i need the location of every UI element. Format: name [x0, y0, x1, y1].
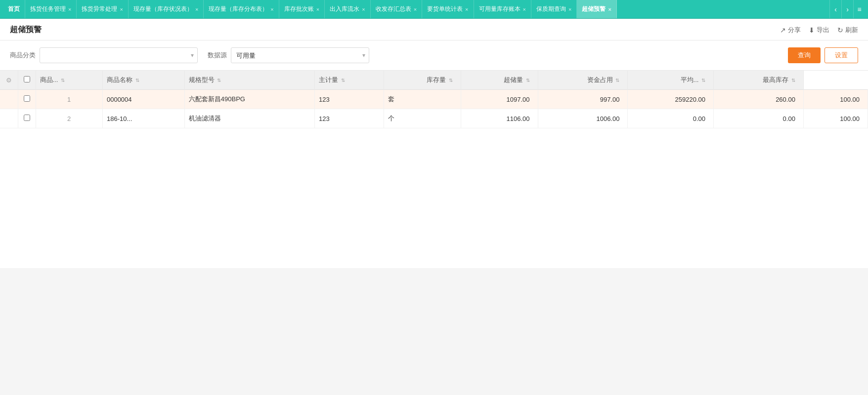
- row-checkbox[interactable]: [24, 95, 30, 102]
- nav-arrow-right[interactable]: ›: [841, 0, 853, 19]
- nav-tab-7-label: 收发存汇总表: [376, 5, 411, 13]
- row-unit: 套: [384, 90, 461, 109]
- row-unit: 个: [384, 109, 461, 128]
- nav-tab-home[interactable]: 首页: [3, 0, 25, 19]
- row-settings-cell: [0, 90, 18, 109]
- row-settings-cell: [0, 109, 18, 128]
- table-row[interactable]: 1 0000004 六配套新昌490BPG 123 套 1097.00 997.…: [0, 90, 868, 109]
- export-button[interactable]: ⬇ 导出: [809, 26, 829, 35]
- column-product-code[interactable]: 商品... ⇅: [36, 71, 102, 90]
- nav-tab-5-label: 库存批次账: [284, 5, 314, 13]
- row-avg: 260.00: [713, 90, 803, 109]
- nav-tab-11-close[interactable]: ×: [608, 6, 611, 12]
- product-category-label: 商品分类: [10, 51, 36, 60]
- row-checkbox-cell[interactable]: [18, 90, 36, 109]
- nav-tab-3[interactable]: 现存量（库存状况表） ×: [129, 0, 204, 19]
- row-overstock: 1006.00: [538, 109, 628, 128]
- filter-datasource: 数据源 可用量 库存量: [208, 47, 369, 63]
- table-body: 1 0000004 六配套新昌490BPG 123 套 1097.00 997.…: [0, 90, 868, 128]
- row-product-code: 186-10...: [102, 109, 184, 128]
- row-capital: 259220.00: [628, 90, 714, 109]
- row-stock: 1097.00: [461, 90, 538, 109]
- refresh-button[interactable]: ↻ 刷新: [837, 26, 858, 35]
- product-category-select[interactable]: [40, 47, 198, 63]
- datasource-label: 数据源: [208, 51, 227, 60]
- page-header: 超储预警 ↗ 分享 ⬇ 导出 ↻ 刷新: [0, 19, 868, 40]
- filter-bar: 商品分类 数据源 可用量 库存量 查询 设置: [0, 40, 868, 71]
- nav-tab-10-close[interactable]: ×: [568, 6, 571, 12]
- row-overstock: 997.00: [538, 90, 628, 109]
- nav-bar: 首页 拣货任务管理 × 拣货异常处理 × 现存量（库存状况表） × 现存量（库存…: [0, 0, 868, 19]
- sort-avg-icon: ⇅: [701, 78, 705, 83]
- row-capital: 0.00: [628, 109, 714, 128]
- nav-tab-5[interactable]: 库存批次账 ×: [279, 0, 325, 19]
- column-product-name[interactable]: 商品名称 ⇅: [102, 71, 184, 90]
- nav-tab-9[interactable]: 可用量库存账本 ×: [474, 0, 531, 19]
- nav-tab-8-close[interactable]: ×: [465, 6, 468, 12]
- nav-arrow-menu[interactable]: ≡: [853, 0, 865, 19]
- nav-tab-11[interactable]: 超储预警 ×: [577, 0, 616, 19]
- nav-tab-6[interactable]: 出入库流水 ×: [325, 0, 370, 19]
- nav-tab-7[interactable]: 收发存汇总表 ×: [371, 0, 422, 19]
- row-checkbox-cell[interactable]: [18, 109, 36, 128]
- column-max-stock[interactable]: 最高库存 ⇅: [713, 71, 803, 90]
- settings-button[interactable]: 设置: [825, 47, 858, 63]
- nav-tab-4[interactable]: 现存量（库存分布表） ×: [204, 0, 279, 19]
- row-num-cell: 1: [36, 90, 102, 109]
- nav-tab-5-close[interactable]: ×: [316, 6, 319, 12]
- column-checkbox: [18, 71, 36, 90]
- sort-overstock-icon: ⇅: [526, 78, 530, 83]
- nav-tab-home-label: 首页: [8, 5, 20, 13]
- row-num-cell: 2: [36, 109, 102, 128]
- nav-tab-8[interactable]: 要货单统计表 ×: [422, 0, 474, 19]
- sort-capital-icon: ⇅: [615, 78, 619, 83]
- refresh-label: 刷新: [845, 26, 858, 35]
- export-label: 导出: [817, 26, 829, 35]
- filter-actions: 查询 设置: [788, 47, 858, 63]
- row-product-name: 六配套新昌490BPG: [184, 90, 314, 109]
- column-overstock[interactable]: 超储量 ⇅: [461, 71, 538, 90]
- row-product-code: 0000004: [102, 90, 184, 109]
- nav-tab-2-label: 拣货异常处理: [82, 5, 117, 13]
- datasource-select[interactable]: 可用量 库存量: [231, 47, 369, 63]
- nav-tab-2-close[interactable]: ×: [120, 6, 123, 12]
- filter-product-category: 商品分类: [10, 47, 198, 63]
- nav-tab-1[interactable]: 拣货任务管理 ×: [25, 0, 77, 19]
- nav-tab-4-close[interactable]: ×: [270, 6, 273, 12]
- nav-tab-10-label: 保质期查询: [536, 5, 566, 13]
- column-settings[interactable]: ⚙: [0, 71, 18, 90]
- column-stock-label: 库存量: [427, 76, 446, 83]
- column-unit[interactable]: 主计量 ⇅: [315, 71, 384, 90]
- query-button[interactable]: 查询: [788, 47, 821, 63]
- column-spec[interactable]: 规格型号 ⇅: [184, 71, 314, 90]
- nav-tab-1-close[interactable]: ×: [68, 6, 71, 12]
- row-checkbox[interactable]: [24, 115, 30, 121]
- header-actions: ↗ 分享 ⬇ 导出 ↻ 刷新: [780, 26, 858, 35]
- nav-tab-9-close[interactable]: ×: [523, 6, 526, 12]
- column-max-stock-label: 最高库存: [763, 76, 788, 83]
- column-avg[interactable]: 平均... ⇅: [628, 71, 714, 90]
- nav-arrow-left[interactable]: ‹: [829, 0, 841, 19]
- select-all-checkbox[interactable]: [24, 76, 30, 82]
- column-unit-label: 主计量: [319, 76, 338, 83]
- nav-tab-2[interactable]: 拣货异常处理 ×: [77, 0, 128, 19]
- column-capital[interactable]: 资金占用 ⇅: [538, 71, 628, 90]
- share-button[interactable]: ↗ 分享: [780, 26, 801, 35]
- nav-tab-10[interactable]: 保质期查询 ×: [531, 0, 577, 19]
- column-spec-label: 规格型号: [189, 76, 215, 83]
- nav-tab-7-close[interactable]: ×: [414, 6, 417, 12]
- nav-tab-1-label: 拣货任务管理: [30, 5, 66, 13]
- nav-tab-11-label: 超储预警: [582, 5, 606, 13]
- datasource-select-wrap: 可用量 库存量: [231, 47, 369, 63]
- row-product-name: 机油滤清器: [184, 109, 314, 128]
- table-header-row: ⚙ 商品... ⇅ 商品名称 ⇅ 规格型号 ⇅ 主计量: [0, 71, 868, 90]
- row-stock: 1106.00: [461, 109, 538, 128]
- sort-max-stock-icon: ⇅: [791, 78, 795, 83]
- nav-tab-6-close[interactable]: ×: [362, 6, 365, 12]
- column-stock[interactable]: 库存量 ⇅: [384, 71, 461, 90]
- sort-spec-icon: ⇅: [217, 78, 221, 83]
- data-table: ⚙ 商品... ⇅ 商品名称 ⇅ 规格型号 ⇅ 主计量: [0, 71, 868, 128]
- nav-tab-3-close[interactable]: ×: [195, 6, 198, 12]
- table-row[interactable]: 2 186-10... 机油滤清器 123 个 1106.00 1006.00 …: [0, 109, 868, 128]
- product-category-select-wrap: [40, 47, 198, 63]
